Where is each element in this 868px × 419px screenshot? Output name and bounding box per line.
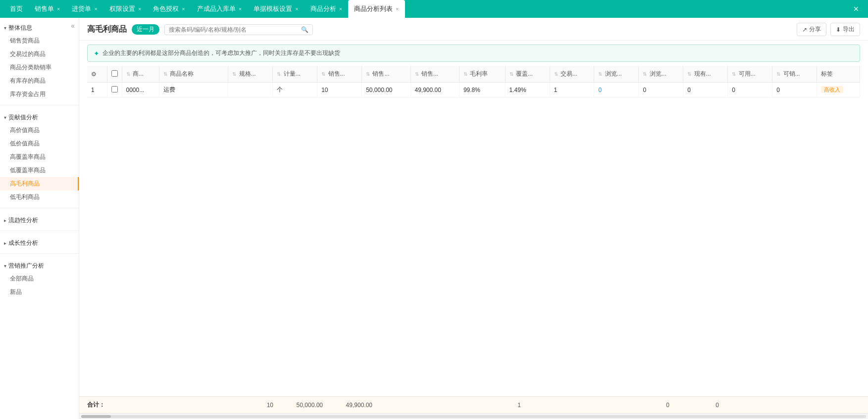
cell-view2: 0 [639,83,683,97]
sidebar-section-flow: ▸ 流趋性分析 [0,210,79,229]
th-sales-amount[interactable]: ⇅ 销售... [362,66,410,83]
footer-sales-profit: 49,900.00 [333,402,372,409]
chevron-down-icon-2: ▾ [4,115,6,120]
sidebar-item-low-coverage[interactable]: 低覆盖率商品 [0,164,79,177]
th-spec[interactable]: ⇅ 规格... [228,66,273,83]
th-checkbox[interactable] [107,66,122,83]
page-title: 高毛利商品 [87,24,127,35]
nav-purchase-close[interactable]: × [94,6,97,12]
sort-icon-coverage: ⇅ [510,71,513,77]
sidebar-section-overall-header[interactable]: ▾ 整体信息 [0,22,79,34]
th-code[interactable]: ⇅ 商... [122,66,159,83]
table-footer: 合计： 10 50,000.00 49,900.00 1 0 0 [79,396,868,413]
cell-tag: 高收入 [817,83,860,97]
sort-icon-trade: ⇅ [554,71,558,77]
sidebar-item-low-value[interactable]: 低价值商品 [0,137,79,150]
share-button[interactable]: ↗ 分享 [797,23,826,36]
search-icon[interactable]: 🔍 [301,26,308,33]
nav-sales-close[interactable]: × [57,6,60,12]
nav-role[interactable]: 角色授权 × [147,0,191,18]
th-sales-qty[interactable]: ⇅ 销售... [317,66,362,83]
nav-sales[interactable]: 销售单 × [29,0,66,18]
export-button[interactable]: ⬇ 导出 [830,23,860,36]
nav-template[interactable]: 单据模板设置 × [248,0,304,18]
sidebar-item-high-margin[interactable]: 高毛利商品 [0,177,79,190]
table-header-row: ⚙ ⇅ 商... ⇅ 商品名称 [87,66,860,83]
th-stock-current[interactable]: ⇅ 现有... [683,66,728,83]
cell-code: 0000... [122,83,159,97]
sidebar-item-category-rate[interactable]: 商品分类助销率 [0,61,79,74]
window-close-button[interactable]: ✕ [848,5,864,13]
nav-role-close[interactable]: × [182,6,185,12]
sort-icon: ⇅ [126,71,130,77]
th-name[interactable]: ⇅ 商品名称 [159,66,228,83]
nav-home[interactable]: 首页 [4,0,29,18]
sort-icon-spec: ⇅ [232,71,236,77]
sidebar-item-in-stock-goods[interactable]: 有库存的商品 [0,74,79,88]
nav-analysis-list-close[interactable]: × [396,6,399,12]
scrollbar-thumb[interactable] [81,415,111,418]
th-margin-rate[interactable]: ⇅ 毛利率 [459,66,505,83]
nav-analysis-list[interactable]: 商品分析列表 × [348,0,405,18]
sidebar-section-contribution: ▾ 贡献值分析 高价值商品 低价值商品 高覆盖率商品 低覆盖率商品 高毛利商品 … [0,107,79,206]
sidebar-section-flow-header[interactable]: ▸ 流趋性分析 [0,214,79,227]
sidebar-item-stock-capital[interactable]: 库存资金占用 [0,88,79,101]
top-nav: 首页 销售单 × 进货单 × 权限设置 × 角色授权 × 产成品入库单 × 单据… [0,0,868,18]
th-stock-saleable[interactable]: ⇅ 可销... [772,66,817,83]
footer-stock-available: 0 [679,402,719,409]
sidebar-section-marketing-header[interactable]: ▾ 营销推广分析 [0,260,79,272]
date-filter-button[interactable]: 近一月 [132,24,159,35]
cell-unit: 个 [273,83,317,97]
cell-stock-available: 0 [728,83,772,97]
sort-icon-stock-saleable: ⇅ [776,71,780,77]
nav-product-storage[interactable]: 产成品入库单 × [191,0,248,18]
nav-product-storage-close[interactable]: × [239,6,242,12]
sidebar-item-new-goods[interactable]: 新品 [0,285,79,299]
row-checkbox[interactable] [111,86,118,93]
search-input[interactable] [169,26,301,33]
th-trade[interactable]: ⇅ 交易... [550,66,594,83]
sidebar-section-contribution-header[interactable]: ▾ 贡献值分析 [0,111,79,124]
cell-view1[interactable]: 0 [594,83,639,97]
sidebar-item-high-coverage[interactable]: 高覆盖率商品 [0,150,79,164]
info-banner: ✦ 企业的主要的利润都是这部分商品创造的，可考虑加大推广，同时关注库存是不要出现… [87,45,860,62]
nav-template-close[interactable]: × [295,6,298,12]
footer-label: 合计： [87,401,105,409]
chevron-right-icon: ▸ [4,218,6,223]
th-settings[interactable]: ⚙ [87,66,107,83]
header-actions: ↗ 分享 ⬇ 导出 [797,23,860,36]
th-view1[interactable]: ⇅ 浏览... [594,66,639,83]
table-row: 1 0000... 运费 个 10 50,000.00 49,900.00 99… [87,83,860,97]
nav-analysis-close[interactable]: × [339,6,342,12]
horizontal-scrollbar[interactable] [79,413,868,419]
sort-icon-sales-qty: ⇅ [321,71,325,77]
cell-spec [228,83,273,97]
sidebar-item-traded-goods[interactable]: 交易过的商品 [0,47,79,61]
th-stock-available[interactable]: ⇅ 可用... [728,66,772,83]
nav-permission[interactable]: 权限设置 × [103,0,147,18]
cell-margin-rate: 99.8% [459,83,505,97]
sidebar-item-low-margin[interactable]: 低毛利商品 [0,190,79,204]
sidebar-section-growth-header[interactable]: ▸ 成长性分析 [0,237,79,249]
sidebar-item-high-value[interactable]: 高价值商品 [0,124,79,137]
th-view2[interactable]: ⇅ 浏览... [639,66,683,83]
th-sales-profit[interactable]: ⇅ 销售... [410,66,459,83]
sidebar-item-all-goods[interactable]: 全部商品 [0,272,79,285]
sort-icon-view1: ⇅ [598,71,602,77]
th-unit[interactable]: ⇅ 计量... [273,66,317,83]
sidebar-section-overall: ▾ 整体信息 销售货商品 交易过的商品 商品分类助销率 有库存的商品 库存资金占… [0,18,79,103]
nav-analysis[interactable]: 商品分析 × [305,0,348,18]
th-coverage[interactable]: ⇅ 覆盖... [505,66,550,83]
th-tag[interactable]: 标签 [817,66,860,83]
nav-permission-close[interactable]: × [138,6,141,12]
select-all-checkbox[interactable] [111,70,118,77]
sidebar-section-growth: ▸ 成长性分析 [0,233,79,251]
cell-checkbox[interactable] [107,83,122,97]
settings-icon[interactable]: ⚙ [91,71,97,78]
sort-icon-stock-available: ⇅ [732,71,736,77]
search-box[interactable]: 🔍 [164,24,313,35]
scrollbar-track[interactable] [81,415,866,418]
sidebar-item-sales-goods[interactable]: 销售货商品 [0,34,79,47]
sidebar-collapse-button[interactable]: « [71,22,75,30]
nav-purchase[interactable]: 进货单 × [66,0,103,18]
